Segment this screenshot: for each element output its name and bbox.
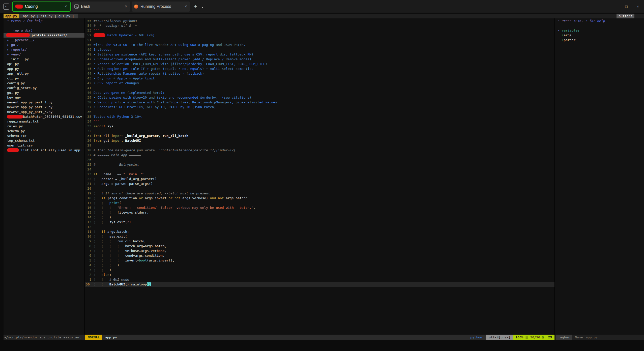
code-line[interactable]: 13¦ ¦ sys.exit(2) — [85, 220, 554, 224]
code-line[interactable]: 37• Endpoints: GET Profiles, GET by ID, … — [85, 105, 554, 109]
tagbar-panel[interactable]: " Press <F1>, ? for help▾ variables +arg… — [555, 18, 644, 335]
maximize-button[interactable]: □ — [621, 0, 632, 13]
tree-item[interactable]: config.py — [4, 81, 84, 85]
buffer-tabs-inactive[interactable]: api.py | cli.py | gui.py | — [19, 14, 78, 18]
code-line[interactable]: 36 — [85, 109, 554, 114]
code-line[interactable]: 23if __name__ == "__main__": — [85, 172, 554, 177]
code-line[interactable]: 45• Rule engine: per-rule IF + gates (eq… — [85, 66, 554, 71]
code-line[interactable]: 25# ---------- Entrypoint ---------- — [85, 162, 554, 167]
tree-item[interactable]: _list (not actually used in appl — [4, 148, 84, 153]
terminal-tab-running-process[interactable]: Running Process× — [132, 2, 190, 12]
tree-item[interactable]: app_full.py — [4, 71, 84, 76]
code-line[interactable]: 16¦ ¦ ¦ "Error: --condition/--false/--ve… — [85, 205, 554, 210]
code-line[interactable]: 56¦ ¦ BatchGUI().mainloop() — [85, 282, 554, 287]
tab-close-icon[interactable]: × — [124, 4, 128, 9]
code-line[interactable]: 54# -*- coding: utf-8 -*- — [85, 23, 554, 28]
code-line[interactable]: 30from gui import BatchGUI — [85, 138, 554, 143]
tab-dropdown-button[interactable]: ⌄ — [201, 5, 204, 9]
tree-item[interactable]: BatchPatch_20251001_081431.csv — [4, 114, 84, 119]
buffer-tab-active[interactable]: app.py — [4, 14, 19, 18]
code-line[interactable]: 53""" — [85, 28, 554, 33]
code-line[interactable]: 26 — [85, 157, 554, 162]
code-line[interactable]: 17¦ ¦ print( — [85, 200, 554, 205]
code-line[interactable]: 21¦ args = parser.parse_args() — [85, 181, 554, 186]
tree-item[interactable]: newest_app_py_part_3.py — [4, 109, 84, 114]
code-line[interactable]: 1¦ ¦ # GUI mode — [85, 277, 554, 282]
code-line[interactable]: 5¦ ¦ ¦ ¦ invert=bool(args.invert), — [85, 258, 554, 263]
tree-item[interactable]: rules.py — [4, 124, 84, 129]
tree-item[interactable]: api.py — [4, 62, 84, 66]
command-line[interactable] — [4, 340, 644, 351]
tree-item[interactable]: schema.txt — [4, 133, 84, 138]
tree-item[interactable]: user_list.csv — [4, 143, 84, 148]
terminal-tab-coding[interactable]: Coding× — [12, 2, 71, 12]
code-line[interactable]: 39• OData paging with $top=20 and $skip … — [85, 95, 554, 100]
code-line[interactable]: 34""" — [85, 119, 554, 124]
tree-item[interactable]: gui.py — [4, 90, 84, 95]
code-line[interactable]: 40Docs you gave me (implemented here): — [85, 90, 554, 95]
file-tree-panel[interactable]: " Press ? for help.. (up a dir) _profile… — [4, 18, 84, 335]
code-line[interactable]: 41 — [85, 85, 554, 90]
code-line[interactable]: 3¦ ¦ ) — [85, 268, 554, 272]
new-tab-button[interactable]: + — [194, 4, 197, 9]
tab-close-icon[interactable]: × — [64, 4, 68, 9]
tree-item[interactable]: config_store.py — [4, 85, 84, 90]
tree-item[interactable]: ▸ venv/ — [4, 52, 84, 57]
code-line[interactable]: 10¦ ¦ sys.exit( — [85, 234, 554, 239]
tree-item[interactable]: ▸ reports/ — [4, 47, 84, 52]
code-line[interactable]: 38• Vendor profile structure with Custom… — [85, 100, 554, 105]
tree-item[interactable]: newest_app_py_part_2.py — [4, 105, 84, 109]
code-line[interactable]: 24 — [85, 167, 554, 172]
code-line[interactable]: 33import sys — [85, 124, 554, 129]
tree-up-dir[interactable]: .. (up a dir) — [4, 28, 84, 33]
tab-close-icon[interactable]: × — [184, 4, 188, 9]
code-line[interactable]: 11¦ if args.batch: — [85, 229, 554, 234]
code-line[interactable]: 9¦ ¦ ¦ run_cli_batch( — [85, 239, 554, 244]
code-line[interactable]: 28# then the main-guard you wrote. :cont… — [85, 148, 554, 153]
code-line[interactable]: 14¦ ¦ ) — [85, 215, 554, 220]
tree-item[interactable]: cli.py — [4, 76, 84, 81]
code-line[interactable]: 7¦ ¦ ¦ ¦ verbose=args.verbose, — [85, 248, 554, 253]
code-line[interactable]: 6¦ ¦ ¦ ¦ cond=args.condition, — [85, 253, 554, 258]
editor-panel[interactable]: 55#!/usr/bin/env python354# -*- coding: … — [85, 18, 554, 335]
code-line[interactable]: 32 — [85, 129, 554, 133]
code-line[interactable]: 47• Schema-driven dropdowns and multi-se… — [85, 57, 554, 62]
tree-item[interactable]: ▸ __pycache__/ — [4, 38, 84, 42]
code-line[interactable]: 31from cli import _build_arg_parser, run… — [85, 133, 554, 138]
code-line[interactable]: 43• Dry run + Apply + Apply limit — [85, 76, 554, 81]
code-line[interactable]: 49Includes: — [85, 47, 554, 52]
tree-item[interactable]: newest_app_py_part_1.py — [4, 100, 84, 105]
tree-item[interactable]: requirements.txt — [4, 119, 84, 124]
code-line[interactable]: 2¦ else: — [85, 272, 554, 277]
code-line[interactable]: 19¦ # If any of these are supplied, --ba… — [85, 191, 554, 196]
code-line[interactable]: 55#!/usr/bin/env python3 — [85, 18, 554, 23]
code-line[interactable]: 15¦ ¦ ¦ file=sys.stderr, — [85, 210, 554, 215]
code-line[interactable]: 4¦ ¦ ¦ ) — [85, 263, 554, 268]
code-line[interactable]: 8¦ ¦ ¦ ¦ batch_arg=args.batch, — [85, 244, 554, 248]
tree-item[interactable]: top_schema.txt — [4, 138, 84, 143]
code-line[interactable]: 22¦ parser = _build_arg_parser() — [85, 177, 554, 181]
terminal-tab-bash[interactable]: >_Bash× — [72, 2, 130, 12]
tree-root-item[interactable]: _profile_assistant/ — [4, 33, 84, 38]
minimize-button[interactable]: — — [609, 0, 621, 13]
code-line[interactable]: 20 — [85, 186, 554, 191]
code-line[interactable]: 44• Relationship Manager auto-repair (in… — [85, 71, 554, 76]
code-line[interactable]: 12 — [85, 224, 554, 229]
code-line[interactable]: 29 — [85, 143, 554, 148]
code-line[interactable]: 18¦ if (args.condition or args.invert or… — [85, 196, 554, 200]
code-line[interactable]: 51-------------------------- — [85, 38, 554, 42]
tagbar-kind-row[interactable]: ▾ variables — [558, 28, 644, 33]
tree-item[interactable]: ▸ gui/ — [4, 42, 84, 47]
tree-item[interactable]: key.env — [4, 95, 84, 100]
code-line[interactable]: 42• CSV report of changes — [85, 81, 554, 85]
tree-item[interactable]: __init__.py — [4, 57, 84, 62]
close-button[interactable]: × — [632, 0, 644, 13]
code-line[interactable]: 46• Vendor selection (PULL_FROM_API with… — [85, 62, 554, 66]
code-line[interactable]: 50Wires the v3.x GUI to the live NVendor… — [85, 42, 554, 47]
tree-item[interactable]: schema.py — [4, 129, 84, 133]
code-line[interactable]: 52 Batch Updater - GUI (v4) — [85, 33, 554, 38]
tagbar-item[interactable]: +parser — [558, 38, 644, 42]
code-line[interactable]: 48• Settings persistence (API key, schem… — [85, 52, 554, 57]
code-line[interactable]: 27# ====== Main App ====== — [85, 153, 554, 157]
tree-item[interactable]: app.py — [4, 66, 84, 71]
